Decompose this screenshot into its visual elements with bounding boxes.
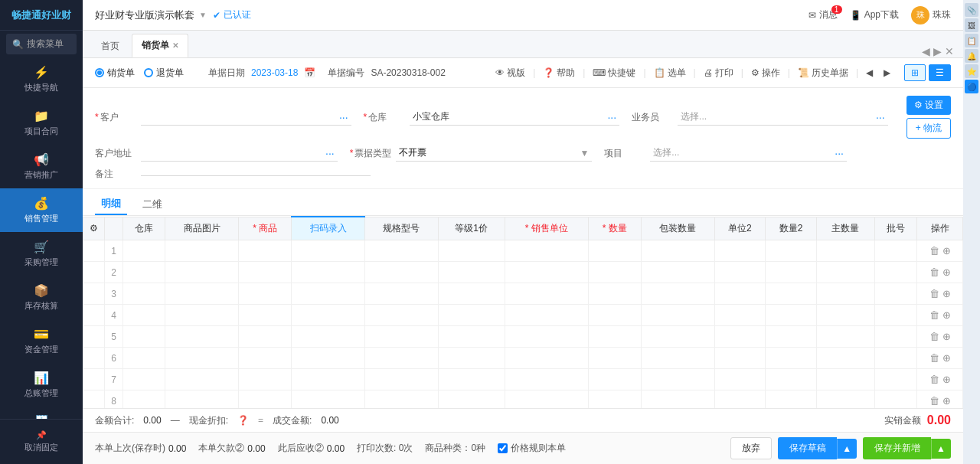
- tab-close-icon[interactable]: ✕: [172, 41, 178, 50]
- search-menu-button[interactable]: 🔍 搜索菜单: [6, 34, 77, 54]
- cell-warehouse[interactable]: [123, 326, 165, 348]
- save-new-dropdown[interactable]: ▲: [931, 439, 951, 459]
- right-tool-6-active[interactable]: 🔵: [965, 80, 978, 93]
- cell-product[interactable]: [239, 305, 292, 326]
- delete-row-icon[interactable]: 🗑: [929, 374, 939, 385]
- addr-select-icon[interactable]: ···: [325, 147, 335, 159]
- history-button[interactable]: 📜 历史单据: [795, 65, 851, 81]
- save-draft-button[interactable]: 保存草稿: [778, 437, 837, 459]
- radio-return[interactable]: 退货单: [144, 67, 184, 80]
- copy-row-icon[interactable]: ⊕: [942, 288, 951, 299]
- operate-button[interactable]: ⚙ 操作: [748, 65, 783, 81]
- cell-warehouse[interactable]: [123, 348, 165, 369]
- tab-erwei[interactable]: 二维: [136, 194, 168, 214]
- delete-row-icon[interactable]: 🗑: [929, 288, 939, 299]
- calendar-icon[interactable]: 📅: [304, 67, 315, 78]
- tab-prev-icon[interactable]: ◀: [922, 45, 930, 57]
- tab-sales-order[interactable]: 销货单 ✕: [132, 34, 188, 57]
- col-settings[interactable]: ⚙: [83, 217, 105, 240]
- logistics-button[interactable]: + 物流: [906, 118, 951, 139]
- invoice-select[interactable]: 不开票 ▼: [396, 145, 593, 162]
- prev-record-button[interactable]: ◀: [863, 66, 876, 80]
- settings-button[interactable]: ⚙ 设置: [906, 96, 951, 115]
- copy-row-icon[interactable]: ⊕: [942, 374, 951, 385]
- col-warehouse[interactable]: 仓库: [123, 217, 165, 240]
- sidebar-item-sales[interactable]: 💰 销售管理: [0, 188, 83, 232]
- user-profile[interactable]: 珠 珠珠: [911, 6, 951, 25]
- cell-warehouse[interactable]: [123, 262, 165, 283]
- right-tool-1[interactable]: 📎: [965, 3, 978, 17]
- price-rule-check[interactable]: [498, 443, 508, 453]
- sidebar-item-invoice[interactable]: 🧾 发票管理: [0, 407, 83, 419]
- delete-row-icon[interactable]: 🗑: [929, 395, 939, 407]
- right-tool-4[interactable]: 🔔: [965, 49, 978, 63]
- remark-input[interactable]: [141, 172, 371, 176]
- cell-unit[interactable]: [505, 240, 588, 262]
- cell-qty[interactable]: [588, 240, 641, 262]
- customer-addr-input[interactable]: ···: [141, 145, 338, 162]
- warehouse-select-icon[interactable]: ···: [607, 111, 616, 123]
- delete-row-icon[interactable]: 🗑: [929, 309, 939, 321]
- copy-row-icon[interactable]: ⊕: [942, 309, 951, 321]
- select-button[interactable]: 📋 选单: [651, 65, 689, 81]
- cell-product[interactable]: [239, 369, 292, 390]
- salesperson-select-icon[interactable]: ···: [876, 111, 885, 123]
- message-button[interactable]: ✉ 消息 1: [808, 8, 838, 21]
- list-view-button[interactable]: ☰: [929, 64, 951, 81]
- col-barcode[interactable]: 扫码录入: [292, 217, 365, 240]
- copy-row-icon[interactable]: ⊕: [942, 245, 951, 257]
- right-tool-5[interactable]: ⭐: [965, 64, 978, 78]
- sidebar-item-purchase[interactable]: 🛒 采购管理: [0, 232, 83, 276]
- right-tool-3[interactable]: 📋: [965, 34, 978, 47]
- save-new-button[interactable]: 保存并新增: [863, 437, 931, 459]
- sidebar-item-inventory[interactable]: 📦 库存核算: [0, 276, 83, 319]
- salesperson-input[interactable]: 选择... ···: [678, 109, 888, 126]
- cell-warehouse[interactable]: [123, 369, 165, 390]
- warehouse-input[interactable]: 小宝仓库 ···: [410, 109, 620, 126]
- copy-row-icon[interactable]: ⊕: [942, 395, 951, 407]
- sidebar-item-project[interactable]: 📁 项目合同: [0, 101, 83, 145]
- invoice-dropdown-icon[interactable]: ▼: [580, 148, 589, 158]
- cell-product[interactable]: [239, 240, 292, 262]
- right-tool-2[interactable]: 🖼: [965, 18, 978, 32]
- sidebar-item-quick-nav[interactable]: ⚡ 快捷导航: [0, 57, 83, 101]
- print-button[interactable]: 🖨 打印: [701, 65, 737, 81]
- customer-input[interactable]: ···: [141, 109, 351, 126]
- cell-product[interactable]: [239, 348, 292, 369]
- cell-warehouse[interactable]: [123, 305, 165, 326]
- copy-row-icon[interactable]: ⊕: [942, 352, 951, 364]
- cell-product[interactable]: [239, 262, 292, 283]
- copy-row-icon[interactable]: ⊕: [942, 266, 951, 278]
- tab-home[interactable]: 首页: [92, 35, 129, 57]
- sidebar-item-marketing[interactable]: 📢 营销推广: [0, 145, 83, 188]
- radio-sales[interactable]: 销货单: [95, 67, 135, 80]
- cell-warehouse[interactable]: [123, 390, 165, 409]
- company-selector[interactable]: 好业财专业版演示帐套 ▼: [95, 8, 207, 22]
- col-product[interactable]: * 商品: [239, 217, 292, 240]
- help-hint[interactable]: ❓: [237, 415, 249, 426]
- tab-next-icon[interactable]: ▶: [933, 45, 942, 57]
- copy-row-icon[interactable]: ⊕: [942, 331, 951, 342]
- cell-warehouse[interactable]: [123, 283, 165, 305]
- doc-date-value[interactable]: 2023-03-18: [251, 67, 298, 78]
- tab-mingxi[interactable]: 明细: [95, 194, 127, 215]
- save-draft-dropdown[interactable]: ▲: [837, 439, 857, 459]
- project-input[interactable]: 选择... ···: [650, 145, 847, 162]
- price-rule-checkbox[interactable]: 价格规则本单: [498, 442, 566, 455]
- next-record-button[interactable]: ▶: [880, 66, 893, 80]
- cell-barcode[interactable]: [292, 240, 365, 262]
- cell-product[interactable]: [239, 326, 292, 348]
- sidebar-item-general[interactable]: 📊 总账管理: [0, 363, 83, 407]
- view-button[interactable]: 👁 视版: [492, 65, 528, 81]
- cell-warehouse[interactable]: [123, 240, 165, 262]
- tab-close-all-icon[interactable]: ✕: [945, 45, 954, 57]
- delete-row-icon[interactable]: 🗑: [929, 331, 939, 342]
- abandon-button[interactable]: 放弃: [730, 437, 772, 459]
- delete-row-icon[interactable]: 🗑: [929, 245, 939, 257]
- cancel-fixed-button[interactable]: 📌 取消固定: [0, 426, 83, 458]
- project-select-icon[interactable]: ···: [835, 147, 844, 159]
- sidebar-item-funds[interactable]: 💳 资金管理: [0, 319, 83, 363]
- cell-product[interactable]: [239, 283, 292, 305]
- customer-select-icon[interactable]: ···: [339, 111, 348, 123]
- delete-row-icon[interactable]: 🗑: [929, 352, 939, 364]
